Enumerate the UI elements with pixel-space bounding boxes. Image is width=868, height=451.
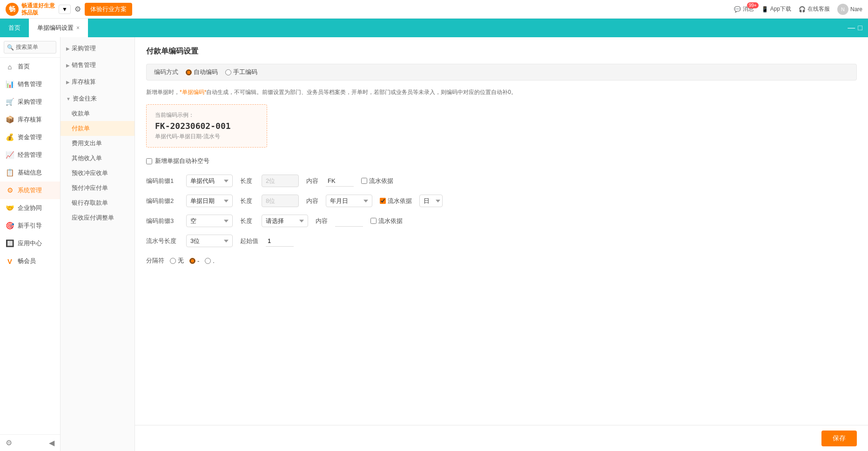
chevron-down-icon: ▼ [66, 96, 71, 101]
close-tab-icon[interactable]: × [76, 25, 80, 31]
length3-select[interactable]: 请选择 1位 2位 3位 4位 [262, 215, 308, 227]
manual-code-option[interactable]: 手工编码 [225, 68, 257, 76]
separator-row: 分隔符 无 - . [146, 256, 857, 265]
sep-dot-radio[interactable] [205, 258, 211, 264]
prefix1-select[interactable]: 单据代码 部门 业务员 空 [186, 175, 233, 187]
sidebar-footer: ⚙ ◀ [0, 434, 60, 451]
serial2-checkbox[interactable] [380, 198, 386, 204]
sidebar-item-purchase[interactable]: 🛒 采购管理 [0, 93, 60, 111]
app-download-item[interactable]: 📱 App下载 [761, 5, 791, 13]
sep-none-label[interactable]: 无 [170, 256, 184, 265]
sub-group-capital-header[interactable]: ▼ 资金往来 [61, 91, 135, 106]
avatar: N [837, 4, 848, 15]
sidebar-item-basic[interactable]: 📋 基础信息 [0, 164, 60, 182]
sidebar-item-enterprise[interactable]: 🤝 企业协同 [0, 199, 60, 217]
start-value-input[interactable] [266, 236, 294, 247]
auto-code-option[interactable]: 自动编码 [186, 68, 218, 76]
sidebar-search[interactable]: 🔍 搜索菜单 [0, 37, 60, 58]
sub-item-prepay-pay[interactable]: 预付冲应付单 [61, 181, 135, 195]
trial-button[interactable]: 体验行业方案 [85, 3, 132, 16]
length1-label: 长度 [240, 177, 254, 185]
sub-item-receipt[interactable]: 收款单 [61, 106, 135, 121]
sub-item-prepay-recv[interactable]: 预收冲应收单 [61, 166, 135, 181]
chevron-right-icon: ▶ [66, 46, 70, 51]
sep-dash-radio[interactable] [189, 258, 195, 264]
message-badge: 99+ [747, 2, 759, 8]
search-menu-btn[interactable]: 🔍 搜索菜单 [4, 41, 56, 54]
logo-icon: 畅 [6, 3, 19, 16]
sep-dash-label[interactable]: - [189, 257, 199, 264]
settings-icon-btn[interactable]: ⚙ [74, 5, 81, 13]
serial1-checkbox-label[interactable]: 流水依据 [361, 177, 393, 185]
content2-select[interactable]: 年月日 年月 年 [326, 195, 372, 207]
serial3-checkbox[interactable] [370, 218, 377, 224]
save-button[interactable]: 保存 [821, 431, 857, 446]
sub-item-bank-deposit[interactable]: 银行存取款单 [61, 195, 135, 210]
tab-encoding-settings[interactable]: 单据编码设置 × [29, 19, 88, 37]
serial2-checkbox-label[interactable]: 流水依据 [380, 197, 412, 205]
sidebar-item-newbie[interactable]: 🎯 新手引导 [0, 217, 60, 235]
sidebar-item-home[interactable]: ⌂ 首页 [0, 58, 60, 75]
content3-input[interactable] [335, 215, 363, 227]
encoding-type-bar: 编码方式 自动编码 手工编码 [146, 64, 857, 81]
sub-item-receivable-adj[interactable]: 应收应付调整单 [61, 210, 135, 225]
newbie-icon: 🎯 [6, 222, 14, 230]
separator-label: 分隔符 [146, 256, 164, 265]
serial-length-select[interactable]: 3位 4位 5位 6位 [186, 235, 233, 247]
top-bar-right: 💬 消息 99+ 📱 App下载 🎧 在线客服 N Nare [734, 4, 862, 15]
dropdown-btn[interactable]: ▼ [59, 5, 71, 14]
sub-item-payment[interactable]: 付款单 [61, 121, 135, 136]
day-select[interactable]: 日 月 年 [419, 195, 443, 207]
example-box: 当前编码示例： FK-20230602-001 单据代码-单据日期-流水号 [146, 104, 267, 148]
sidebar-settings-btn[interactable]: ⚙ [6, 438, 12, 447]
sidebar-item-finance[interactable]: 💰 资金管理 [0, 128, 60, 146]
content-area: 付款单编码设置 编码方式 自动编码 手工编码 新增单据时，*单据编码*自动生成，… [135, 37, 868, 451]
sidebar-item-inventory[interactable]: 📦 库存核算 [0, 111, 60, 128]
prefix1-label: 编码前缀1 [146, 177, 179, 185]
serial-number-row: 流水号长度 3位 4位 5位 6位 起始值 [146, 235, 857, 247]
serial3-checkbox-label[interactable]: 流水依据 [370, 217, 403, 225]
sub-item-other-income[interactable]: 其他收入单 [61, 151, 135, 166]
online-service-item[interactable]: 🎧 在线客服 [799, 5, 830, 13]
sidebar-item-apps[interactable]: 🔲 应用中心 [0, 235, 60, 252]
window-maximize-btn[interactable]: □ [858, 24, 862, 32]
sub-group-inventory: ▶ 库存核算 [61, 74, 135, 89]
chevron-right-icon: ▶ [66, 63, 70, 68]
sidebar-item-member[interactable]: V 畅会员 [0, 252, 60, 270]
user-item[interactable]: N Nare [837, 4, 862, 15]
sidebar-item-operations[interactable]: 📈 经营管理 [0, 146, 60, 164]
auto-fill-checkbox[interactable] [146, 158, 152, 164]
sub-group-sales-header[interactable]: ▶ 销售管理 [61, 58, 135, 73]
sep-dot-label[interactable]: . [205, 257, 215, 264]
example-code: FK-20230602-001 [155, 121, 258, 131]
top-bar: 畅 畅通道好生意 拣品版 ▼ ⚙ 体验行业方案 💬 消息 99+ 📱 App下载… [0, 0, 868, 19]
example-desc: 单据代码-单据日期-流水号 [155, 133, 258, 141]
sidebar: 🔍 搜索菜单 ⌂ 首页 📊 销售管理 🛒 采购管理 📦 库存核算 💰 [0, 37, 61, 451]
auto-code-radio[interactable] [186, 69, 192, 75]
prefix3-label: 编码前缀3 [146, 217, 179, 225]
message-item[interactable]: 💬 消息 99+ [734, 5, 754, 13]
sub-group-inventory-header[interactable]: ▶ 库存核算 [61, 74, 135, 89]
length2-input [262, 195, 299, 207]
message-icon: 💬 [734, 6, 741, 13]
inventory-icon: 📦 [6, 115, 14, 124]
serial-length-label: 流水号长度 [146, 237, 179, 245]
sidebar-item-sales[interactable]: 📊 销售管理 [0, 75, 60, 93]
sub-item-expense[interactable]: 费用支出单 [61, 136, 135, 151]
window-minimize-btn[interactable]: — [848, 24, 855, 32]
top-bar-left: 畅 畅通道好生意 拣品版 ▼ ⚙ 体验行业方案 [6, 2, 132, 16]
main-layout: 🔍 搜索菜单 ⌂ 首页 📊 销售管理 🛒 采购管理 📦 库存核算 💰 [0, 37, 868, 451]
prefix2-select[interactable]: 单据日期 部门 业务员 空 [186, 195, 233, 207]
sidebar-item-system[interactable]: ⚙ 系统管理 [0, 182, 60, 199]
manual-code-radio[interactable] [225, 69, 231, 75]
content1-input[interactable] [326, 175, 354, 187]
sep-none-radio[interactable] [170, 258, 176, 264]
tab-home[interactable]: 首页 [0, 19, 29, 37]
sub-group-purchase-header[interactable]: ▶ 采购管理 [61, 41, 135, 56]
page-title: 付款单编码设置 [146, 47, 857, 56]
sub-group-capital: ▼ 资金往来 收款单 付款单 费用支出单 其他收入单 预收冲应收单 预付冲应付单 [61, 91, 135, 225]
prefix3-select[interactable]: 空 单据代码 部门 业务员 [186, 215, 233, 227]
sidebar-collapse-btn[interactable]: ◀ [49, 438, 54, 447]
serial1-checkbox[interactable] [361, 178, 367, 184]
form-row-2: 编码前缀2 单据日期 部门 业务员 空 长度 内容 年月日 年月 年 流水依据 [146, 195, 857, 207]
